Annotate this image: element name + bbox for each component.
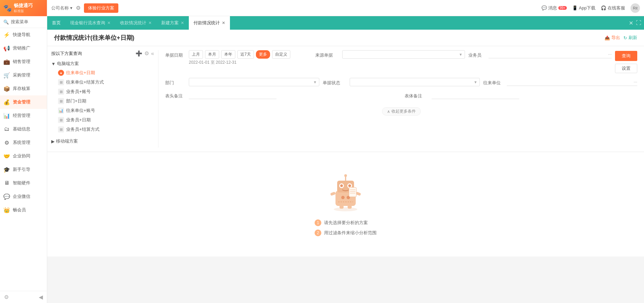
date-this-year[interactable]: 本年 (221, 50, 235, 59)
scheme-item-6[interactable]: ⊞ 业务员+结算方式 (51, 125, 154, 134)
expand-arrow-icon: ▼ (51, 61, 56, 66)
scheme-item-3[interactable]: ⊞ 部门+日期 (51, 96, 154, 106)
doc-status-select[interactable]: ▾ (350, 78, 480, 86)
tab-bank-flow-close[interactable]: ✕ (107, 21, 111, 25)
date-last-7-days[interactable]: 近7天 (237, 50, 254, 59)
app-download-button[interactable]: 📱 App下载 (572, 5, 595, 11)
refresh-button[interactable]: ↻ 刷新 (623, 35, 637, 41)
dept-select[interactable]: ▾ (189, 78, 319, 86)
refresh-label: 刷新 (628, 35, 637, 41)
collapse-bar: ∧ 收起更多条件 (165, 104, 637, 119)
sidebar-item-label: 采购管理 (13, 72, 30, 78)
company-name: 公司名称 ▾ (51, 5, 72, 11)
collapse-button[interactable]: ∧ 收起更多条件 (382, 107, 421, 116)
sidebar-item-operations[interactable]: 📊 经营管理 (0, 109, 47, 122)
trial-button[interactable]: 体验行业方案 (84, 3, 118, 13)
desktop-scheme-label: 电脑端方案 (57, 61, 79, 67)
export-button[interactable]: 📤 导出 (605, 35, 620, 41)
scheme-item-label-3: 部门+日期 (66, 98, 86, 104)
company-dropdown-arrow[interactable]: ▾ (70, 5, 72, 10)
tab-receipt-stats-close[interactable]: ✕ (148, 21, 152, 25)
svg-rect-13 (340, 205, 344, 209)
active-scheme-dot: ● (58, 70, 64, 76)
scheme-table-icon-2: ⊞ (58, 89, 64, 95)
date-custom[interactable]: 自定义 (272, 50, 290, 59)
search-icon: 🔍 (3, 20, 9, 25)
tab-home[interactable]: 首页 (47, 16, 65, 30)
scheme-item-5[interactable]: ⊞ 业务员+日期 (51, 115, 154, 125)
collapse-arrow-icon: ∧ (387, 109, 390, 114)
settings-button[interactable]: 设置 (615, 64, 637, 73)
basics-icon: 🗂 (3, 126, 10, 132)
sidebar-item-member[interactable]: 👑 畅会员 (0, 203, 47, 217)
query-button[interactable]: 查询 (615, 51, 637, 61)
search-label: 搜索菜单 (11, 19, 28, 25)
collapse-sidebar-icon[interactable]: ◀ (39, 294, 43, 300)
date-more[interactable]: 更多 (256, 50, 270, 59)
settings-bottom-icon[interactable]: ⚙ (4, 294, 9, 300)
desktop-scheme-title[interactable]: ▼ 电脑端方案 (51, 59, 154, 68)
header-remark-control (189, 91, 394, 99)
collapse-scheme-icon[interactable]: « (151, 51, 154, 57)
sidebar-item-guide[interactable]: 🎓 新手引导 (0, 163, 47, 176)
sidebar-item-inventory[interactable]: 📦 库存核算 (0, 82, 47, 95)
header-remark-input[interactable] (189, 91, 276, 99)
sidebar-item-wechat[interactable]: 💬 企业微信 (0, 190, 47, 203)
scheme-table-icon-3: ⊞ (58, 98, 64, 104)
avatar-text: Rit (633, 6, 637, 10)
capital-icon: 💰 (3, 99, 10, 105)
scheme-item-1[interactable]: ⊞ 往来单位+结算方式 (51, 78, 154, 87)
sidebar-item-label: 新手引导 (13, 166, 30, 173)
tab-new-scheme[interactable]: 新建方案 ✕ (156, 16, 189, 30)
doc-status-control: ▾ (350, 78, 480, 86)
sidebar-item-label: 营销推广 (13, 45, 30, 51)
svg-rect-14 (348, 205, 352, 209)
sidebar-item-capital[interactable]: 💰 资金管理 (0, 95, 47, 109)
page-header: 付款情况统计(往来单位+日期) 📤 导出 ↻ 刷新 (47, 30, 644, 46)
sidebar-item-quick-nav[interactable]: ⚡ 快捷导航 (0, 28, 47, 41)
body-remark-input[interactable] (432, 91, 519, 99)
dept-control: ▾ (189, 78, 319, 86)
tab-new-scheme-close[interactable]: ✕ (181, 21, 184, 25)
salesman-dots-icon[interactable]: ··· (608, 52, 612, 57)
scheme-item-0[interactable]: ● 往来单位+日期 (51, 68, 154, 78)
sidebar-item-basics[interactable]: 🗂 基础信息 (0, 122, 47, 136)
add-scheme-icon[interactable]: ➕ (136, 50, 142, 57)
sidebar-item-label: 销售管理 (13, 59, 30, 65)
purchase-icon: 🛒 (3, 72, 10, 79)
logo-icon: 🐾 (3, 4, 12, 12)
scheme-item-label-2: 业务员+账号 (66, 89, 91, 95)
tab-bank-flow[interactable]: 现金银行流水查询 ✕ (65, 16, 115, 30)
scheme-item-4[interactable]: 📊 往来单位+账号 (51, 106, 154, 115)
topbar-gear-icon[interactable]: ⚙ (76, 5, 81, 11)
tab-payment-stats[interactable]: 付款情况统计 ✕ (189, 16, 230, 30)
sidebar-item-system[interactable]: ⚙ 系统管理 (0, 136, 47, 149)
date-this-month[interactable]: 本月 (205, 50, 219, 59)
svg-point-11 (341, 196, 345, 199)
sidebar-search[interactable]: 🔍 搜索菜单 (0, 16, 47, 28)
svg-point-6 (348, 184, 351, 187)
counter-party-dots-icon[interactable]: ··· (634, 79, 637, 84)
sidebar-item-enterprise[interactable]: 🤝 企业协同 (0, 149, 47, 163)
topbar: 公司名称 ▾ ⚙ 体验行业方案 💬 消息 99+ 📱 App下载 🎧 在线客服 … (47, 0, 644, 16)
service-button[interactable]: 🎧 在线客服 (601, 5, 625, 11)
message-button[interactable]: 💬 消息 99+ (541, 5, 567, 11)
sidebar-item-purchase[interactable]: 🛒 采购管理 (0, 68, 47, 82)
user-avatar[interactable]: Rit (631, 3, 640, 13)
tab-receipt-stats[interactable]: 收款情况统计 ✕ (115, 16, 156, 30)
doc-status-arrow-icon: ▾ (474, 80, 477, 85)
sidebar-item-hardware[interactable]: 🖥 智能硬件 (0, 176, 47, 190)
logo-sub: 标准版 (14, 9, 33, 13)
page-title: 付款情况统计(往来单位+日期) (54, 34, 135, 42)
mobile-scheme-title[interactable]: ▶ 移动端方案 (51, 137, 154, 146)
source-select[interactable]: ▾ (342, 50, 465, 59)
sidebar-item-sales[interactable]: 💼 销售管理 (0, 55, 47, 68)
date-last-month[interactable]: 上月 (189, 50, 203, 59)
settings-scheme-icon[interactable]: ⚙ (144, 50, 149, 57)
scheme-item-2[interactable]: ⊞ 业务员+账号 (51, 87, 154, 96)
close-all-tabs-button[interactable]: ✕ (629, 20, 633, 26)
tab-payment-stats-close[interactable]: ✕ (222, 21, 225, 25)
fullscreen-button[interactable]: ⛶ (636, 20, 641, 26)
filter-row-2: 部门 ▾ 单据状态 ▾ 往来单位 (165, 78, 637, 86)
sidebar-item-marketing[interactable]: 📢 营销推广 (0, 41, 47, 55)
